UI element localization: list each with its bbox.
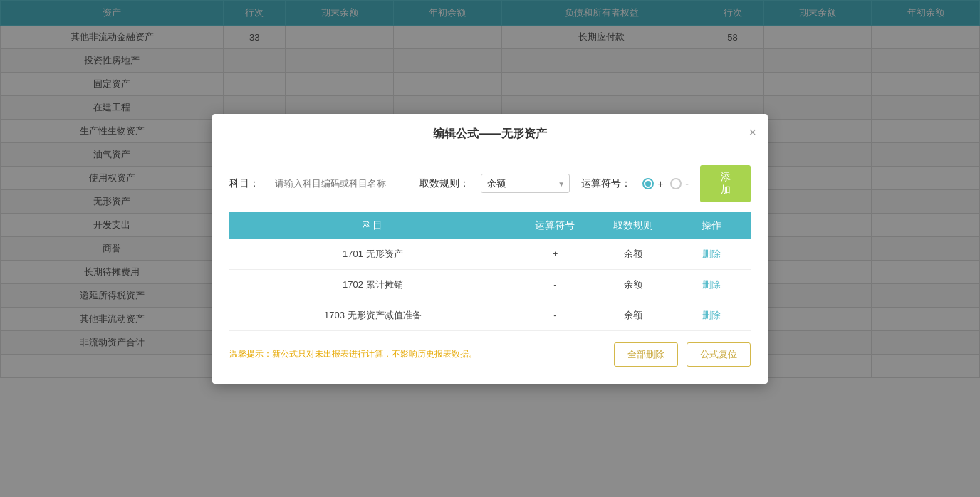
th-subject: 科目	[229, 212, 516, 239]
formula-table-wrap: 科目 运算符号 取数规则 操作 1701 无形资产+余额删除1702 累计摊销-…	[229, 212, 751, 331]
subject-cell: 1702 累计摊销	[229, 269, 516, 300]
modal-close-button[interactable]: ×	[749, 126, 756, 139]
edit-formula-modal: 编辑公式——无形资产 × 科目： 取数规则： 余额借方发生额贷方发生额借方累计发…	[212, 114, 768, 384]
operator-cell: -	[516, 269, 595, 300]
subject-input[interactable]	[271, 175, 408, 192]
table-row: 1703 无形资产减值准备-余额删除	[229, 300, 751, 330]
rule-cell: 余额	[594, 239, 672, 270]
operator-cell: -	[516, 300, 595, 330]
th-operator: 运算符号	[516, 212, 595, 239]
action-cell: 删除	[672, 269, 751, 300]
table-row: 1702 累计摊销-余额删除	[229, 269, 751, 300]
operator-plus-item[interactable]: +	[642, 178, 663, 189]
table-row: 1701 无形资产+余额删除	[229, 239, 751, 270]
operator-radio-group: + -	[642, 178, 689, 189]
action-cell: 删除	[672, 300, 751, 330]
operator-label: 运算符号：	[581, 177, 631, 190]
formula-form: 科目： 取数规则： 余额借方发生额贷方发生额借方累计发生额贷方累计发生额 ▼ 运…	[212, 152, 768, 212]
operator-minus-item[interactable]: -	[670, 178, 689, 189]
modal-header: 编辑公式——无形资产 ×	[212, 114, 768, 152]
subject-label: 科目：	[229, 177, 259, 190]
footer-buttons: 全部删除 公式复位	[614, 342, 751, 367]
operator-plus-radio[interactable]	[642, 178, 654, 189]
delete-link[interactable]: 删除	[702, 310, 721, 320]
delete-link[interactable]: 删除	[702, 279, 721, 290]
th-action: 操作	[672, 212, 751, 239]
operator-plus-label: +	[657, 178, 663, 189]
modal-overlay: 编辑公式——无形资产 × 科目： 取数规则： 余额借方发生额贷方发生额借方累计发…	[0, 0, 980, 497]
delete-all-button[interactable]: 全部删除	[614, 342, 678, 367]
th-rule: 取数规则	[594, 212, 672, 239]
rule-select[interactable]: 余额借方发生额贷方发生额借方累计发生额贷方累计发生额	[481, 174, 570, 193]
add-button[interactable]: 添加	[700, 165, 751, 202]
reset-formula-button[interactable]: 公式复位	[687, 342, 751, 367]
operator-cell: +	[516, 239, 595, 270]
warning-text: 温馨提示：新公式只对未出报表进行计算，不影响历史报表数据。	[229, 348, 477, 360]
operator-minus-radio[interactable]	[670, 178, 682, 189]
rule-label: 取数规则：	[419, 177, 469, 190]
rule-cell: 余额	[594, 269, 672, 300]
modal-footer: 温馨提示：新公式只对未出报表进行计算，不影响历史报表数据。 全部删除 公式复位	[212, 331, 768, 370]
subject-cell: 1701 无形资产	[229, 239, 516, 270]
action-cell: 删除	[672, 239, 751, 270]
subject-cell: 1703 无形资产减值准备	[229, 300, 516, 330]
delete-link[interactable]: 删除	[702, 248, 721, 259]
rule-select-container: 余额借方发生额贷方发生额借方累计发生额贷方累计发生额 ▼	[481, 174, 570, 193]
formula-table: 科目 运算符号 取数规则 操作 1701 无形资产+余额删除1702 累计摊销-…	[229, 212, 751, 331]
rule-cell: 余额	[594, 300, 672, 330]
operator-minus-label: -	[685, 178, 689, 189]
modal-title: 编辑公式——无形资产	[433, 127, 547, 140]
